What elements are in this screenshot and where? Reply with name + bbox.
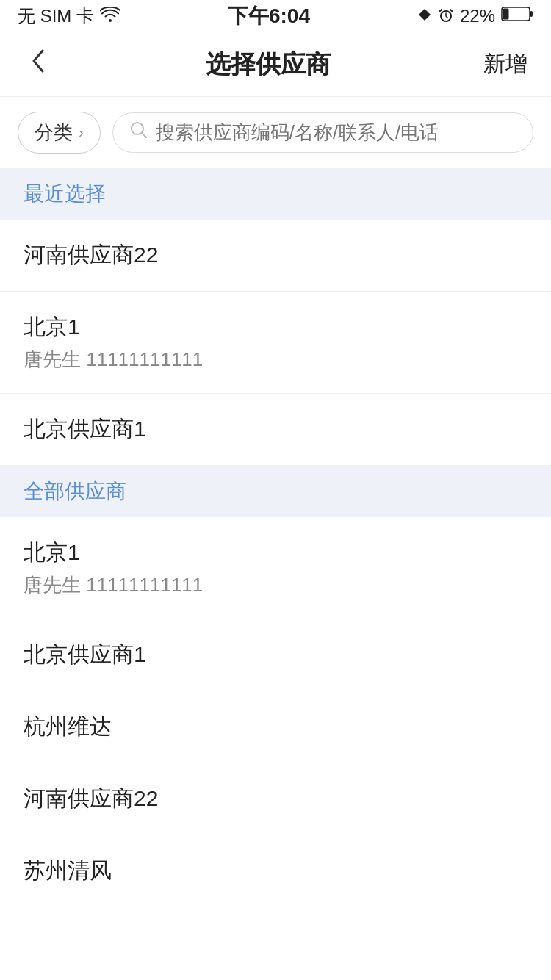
back-button[interactable] xyxy=(24,40,53,88)
filter-bar: 分类 › xyxy=(0,97,551,168)
list-item[interactable]: 北京1 唐先生 11111111111 xyxy=(0,517,551,619)
list-item[interactable]: 河南供应商22 xyxy=(0,220,551,292)
item-detail: 唐先生 11111111111 xyxy=(24,572,527,598)
list-item[interactable]: 河南供应商22 xyxy=(0,763,551,835)
status-bar: 无 SIM 卡 下午6:04 22% xyxy=(0,0,551,32)
alarm-icon xyxy=(438,6,454,26)
category-button[interactable]: 分类 › xyxy=(18,112,101,154)
status-right: 22% xyxy=(417,6,533,26)
search-icon xyxy=(129,120,148,145)
item-name: 河南供应商22 xyxy=(24,240,527,270)
all-section-header: 全部供应商 xyxy=(0,466,551,517)
recent-list: 河南供应商22 北京1 唐先生 11111111111 北京供应商1 xyxy=(0,220,551,466)
list-item[interactable]: 苏州清风 xyxy=(0,835,551,907)
all-list: 北京1 唐先生 11111111111 北京供应商1 杭州维达 河南供应商22 … xyxy=(0,517,551,907)
nav-bar: 选择供应商 新增 xyxy=(0,32,551,97)
add-button[interactable]: 新增 xyxy=(483,49,527,79)
svg-rect-2 xyxy=(503,9,508,20)
item-name: 北京1 xyxy=(24,312,527,342)
battery-label: 22% xyxy=(460,6,495,26)
location-icon xyxy=(417,6,432,26)
battery-icon xyxy=(501,6,533,26)
item-name: 北京1 xyxy=(24,538,527,568)
search-box[interactable] xyxy=(112,112,533,153)
chevron-right-icon: › xyxy=(79,124,84,141)
item-name: 河南供应商22 xyxy=(24,784,527,814)
list-item[interactable]: 北京供应商1 xyxy=(0,394,551,466)
list-item[interactable]: 北京1 唐先生 11111111111 xyxy=(0,292,551,394)
list-item[interactable]: 杭州维达 xyxy=(0,691,551,763)
item-detail: 唐先生 11111111111 xyxy=(24,347,527,372)
recent-section-header: 最近选择 xyxy=(0,168,551,220)
category-label: 分类 xyxy=(35,120,73,145)
status-left: 无 SIM 卡 xyxy=(18,4,120,28)
page-title: 选择供应商 xyxy=(206,48,331,82)
item-name: 北京供应商1 xyxy=(24,640,527,670)
list-item[interactable]: 北京供应商1 xyxy=(0,619,551,691)
item-name: 杭州维达 xyxy=(24,712,527,742)
search-input[interactable] xyxy=(156,121,516,144)
item-name: 苏州清风 xyxy=(24,856,527,886)
svg-rect-3 xyxy=(530,11,533,17)
carrier-label: 无 SIM 卡 xyxy=(18,4,94,28)
status-time: 下午6:04 xyxy=(228,2,310,30)
wifi-icon xyxy=(100,6,120,26)
item-name: 北京供应商1 xyxy=(24,414,527,444)
